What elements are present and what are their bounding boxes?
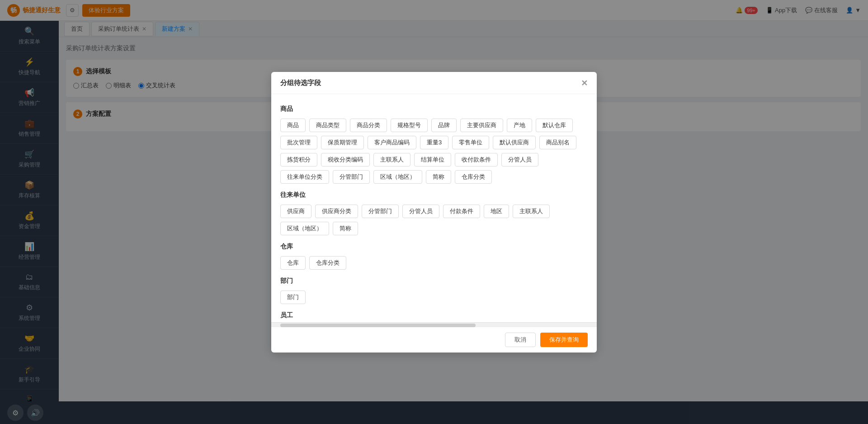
tag-grid-department: 部门 (280, 291, 588, 304)
tag-product-4[interactable]: 品牌 (431, 119, 457, 132)
tag-product-10[interactable]: 客户商品编码 (368, 136, 416, 149)
tag-grid-product: 商品商品类型商品分类规格型号品牌主要供应商产地默认仓库批次管理保质期管理客户商品… (280, 119, 588, 184)
hscroll-thumb (280, 324, 476, 327)
tag-product-16[interactable]: 税收分类编码 (321, 153, 370, 167)
tag-product-6[interactable]: 产地 (507, 119, 532, 132)
modal-close-button[interactable]: ✕ (581, 78, 588, 88)
tag-product-0[interactable]: 商品 (280, 119, 306, 132)
tag-partner-4[interactable]: 付款条件 (443, 205, 480, 218)
modal-horizontal-scrollbar[interactable] (271, 322, 597, 326)
tag-product-5[interactable]: 主要供应商 (460, 119, 503, 132)
tag-product-11[interactable]: 重量3 (420, 136, 448, 149)
tag-product-2[interactable]: 商品分类 (350, 119, 387, 132)
tag-product-9[interactable]: 保质期管理 (321, 136, 364, 149)
modal-footer: 取消 保存并查询 (271, 327, 597, 353)
tag-partner-0[interactable]: 供应商 (280, 205, 311, 218)
modal-overlay: 分组待选字段 ✕ 商品商品商品类型商品分类规格型号品牌主要供应商产地默认仓库批次… (0, 0, 868, 424)
section-header-partner: 往来单位 (280, 191, 588, 199)
tag-partner-6[interactable]: 主联系人 (513, 205, 550, 218)
tag-product-19[interactable]: 收付款条件 (455, 153, 498, 167)
tag-product-25[interactable]: 仓库分类 (455, 170, 492, 184)
modal-body[interactable]: 商品商品商品类型商品分类规格型号品牌主要供应商产地默认仓库批次管理保质期管理客户… (271, 94, 597, 323)
tag-grid-warehouse: 仓库仓库分类 (280, 256, 588, 270)
tag-product-21[interactable]: 往来单位分类 (280, 170, 329, 184)
tag-partner-5[interactable]: 地区 (484, 205, 509, 218)
section-header-warehouse: 仓库 (280, 243, 588, 251)
modal: 分组待选字段 ✕ 商品商品商品类型商品分类规格型号品牌主要供应商产地默认仓库批次… (271, 72, 597, 353)
modal-title: 分组待选字段 (280, 79, 321, 87)
tag-product-22[interactable]: 分管部门 (333, 170, 370, 184)
modal-header: 分组待选字段 ✕ (271, 72, 597, 94)
section-header-product: 商品 (280, 105, 588, 113)
tag-department-0[interactable]: 部门 (280, 291, 306, 304)
tag-partner-8[interactable]: 简称 (333, 222, 358, 235)
tag-partner-2[interactable]: 分管部门 (362, 205, 399, 218)
tag-product-3[interactable]: 规格型号 (391, 119, 428, 132)
tag-product-15[interactable]: 拣货积分 (280, 153, 317, 167)
tag-product-14[interactable]: 商品别名 (539, 136, 576, 149)
modal-confirm-button[interactable]: 保存并查询 (540, 333, 588, 347)
tag-product-1[interactable]: 商品类型 (309, 119, 346, 132)
tag-product-17[interactable]: 主联系人 (373, 153, 410, 167)
tag-product-18[interactable]: 结算单位 (414, 153, 451, 167)
tag-partner-7[interactable]: 区域（地区） (280, 222, 329, 235)
section-header-department: 部门 (280, 277, 588, 285)
tag-product-8[interactable]: 批次管理 (280, 136, 317, 149)
tag-warehouse-0[interactable]: 仓库 (280, 256, 306, 270)
tag-partner-1[interactable]: 供应商分类 (315, 205, 358, 218)
modal-cancel-button[interactable]: 取消 (505, 333, 536, 347)
tag-product-12[interactable]: 零售单位 (452, 136, 489, 149)
tag-product-23[interactable]: 区域（地区） (373, 170, 422, 184)
tag-product-13[interactable]: 默认供应商 (493, 136, 536, 149)
tag-warehouse-1[interactable]: 仓库分类 (309, 256, 346, 270)
tag-grid-partner: 供应商供应商分类分管部门分管人员付款条件地区主联系人区域（地区）简称 (280, 205, 588, 235)
tag-product-7[interactable]: 默认仓库 (536, 119, 573, 132)
tag-product-24[interactable]: 简称 (426, 170, 451, 184)
tag-partner-3[interactable]: 分管人员 (402, 205, 439, 218)
tag-product-20[interactable]: 分管人员 (501, 153, 538, 167)
section-header-employee: 员工 (280, 311, 588, 319)
